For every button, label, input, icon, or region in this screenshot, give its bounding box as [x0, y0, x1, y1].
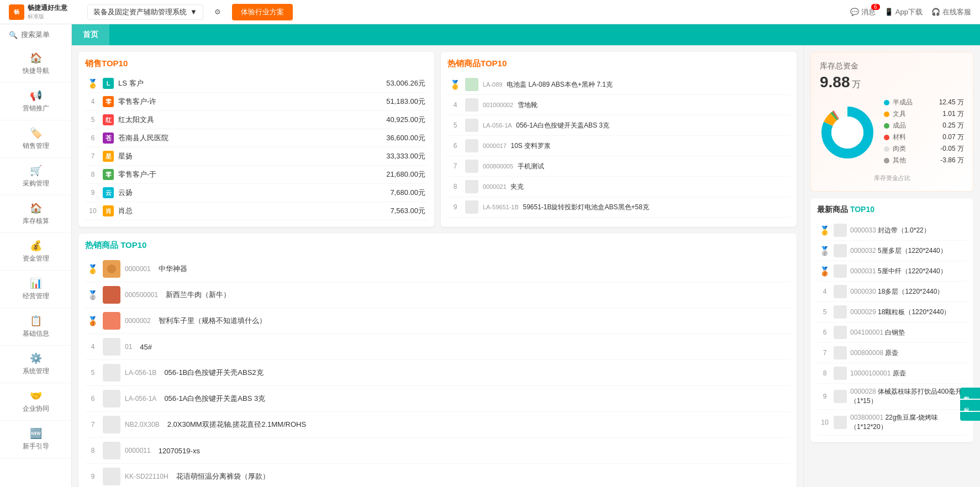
list-item: 4 0000030 18多层（1220*2440） — [817, 282, 967, 302]
logo-text: 畅捷通好生意 — [28, 3, 67, 13]
product-info: 0000032 5厘多层（1220*2440） — [850, 246, 965, 256]
app-download-nav[interactable]: 📱 App下载 — [884, 7, 923, 17]
inventory-chart-area: 半成品 12.45 万 文具 1.01 万 成品 0 — [820, 98, 964, 167]
message-nav[interactable]: 💬 消息 6 — [850, 7, 876, 17]
product-img — [834, 346, 847, 359]
product-thumbnail — [103, 442, 120, 459]
product-img — [834, 367, 847, 380]
chart-legend: 半成品 12.45 万 文具 1.01 万 成品 0 — [884, 98, 964, 167]
top-customers-header: 销售TOP10 — [85, 59, 428, 69]
tab-home[interactable]: 首页 — [72, 24, 109, 45]
sales-icon: 🏷️ — [30, 127, 42, 139]
customer-amount: 21,680.00元 — [386, 170, 425, 179]
table-row: 6 苍 苍南县人民医院 36,600.00元 — [85, 129, 428, 147]
rank-num: 10 — [87, 207, 98, 215]
svg-point-9 — [831, 117, 863, 149]
legend-dot — [884, 158, 889, 163]
svg-point-1 — [107, 264, 116, 273]
table-row: 10 肖 肖总 7,563.00元 — [85, 202, 428, 220]
svg-rect-3 — [104, 313, 119, 329]
rank-num: 6 — [819, 329, 830, 336]
legend-dot — [884, 112, 889, 117]
product-img — [834, 264, 847, 278]
list-item: 5 LA-056-1B 056-1B白色按键开关壳ABS2克 — [85, 360, 790, 386]
sidebar-item-label: 快捷导航 — [23, 66, 49, 76]
rank-num: 6 — [87, 134, 98, 142]
product-thumbnail — [103, 286, 120, 304]
rank-num: 5 — [87, 116, 98, 124]
table-row: 9 云 云扬 7,680.00元 — [85, 184, 428, 202]
customer-amount: 7,680.00元 — [390, 188, 425, 198]
basic-icon: 📋 — [30, 315, 42, 327]
customer-badge: 红 — [103, 114, 114, 125]
sidebar-item-inventory[interactable]: 🏠 库存核算 — [0, 195, 71, 233]
product-thumbnail — [103, 364, 120, 382]
rank-num: 9 — [450, 203, 461, 211]
float-btn-service[interactable]: 客服热线 — [960, 388, 980, 399]
sidebar-item-label: 采购管理 — [23, 179, 49, 188]
rank-num: 8 — [87, 171, 98, 178]
rank-num: 5 — [819, 308, 830, 316]
sidebar-item-operation[interactable]: 📊 经营管理 — [0, 271, 71, 308]
product-thumbnail — [103, 312, 120, 330]
logo-icon: 畅 — [9, 4, 24, 20]
sidebar-item-quick-nav[interactable]: 🏠 快捷导航 — [0, 45, 71, 83]
legend-name: 文具 — [893, 109, 939, 119]
sidebar-item-cooperate[interactable]: 🤝 企业协同 — [0, 383, 71, 421]
hot-products-right-title: 热销商品TOP10 — [447, 59, 507, 69]
hot-products-main-header: 热销商品 TOP10 — [85, 240, 790, 251]
middle-section: 销售TOP10 🥇 L LS 客户 53,006.26元 4 — [72, 45, 803, 487]
sidebar-item-system[interactable]: ⚙️ 系统管理 — [0, 346, 71, 383]
rank-num: 4 — [87, 98, 98, 105]
inventory-title: 库存总资金 — [820, 61, 964, 71]
list-item: 🥉 0000002 智利车子里（规格不知道填什么） — [85, 308, 790, 334]
nav-tabs: 首页 — [72, 24, 980, 45]
sidebar-item-purchase[interactable]: 🛒 采购管理 — [0, 158, 71, 195]
medal-silver-icon: 🥈 — [819, 246, 830, 256]
home-icon: 🏠 — [30, 52, 42, 64]
table-row: 6 0000017 10S 变料罗浆 — [447, 136, 790, 156]
system-selector[interactable]: 装备及固定资产辅助管理系统 ▼ — [87, 4, 203, 20]
system-icon: ⚙️ — [30, 352, 42, 364]
product-img — [465, 200, 478, 214]
legend-item: 成品 0.25 万 — [884, 121, 964, 130]
float-btn-live[interactable]: 直播 — [960, 412, 980, 421]
main-layout: 🔍 搜索菜单 🏠 快捷导航 📢 营销推广 🏷️ 销售管理 🛒 采购管理 🏠 库存… — [0, 24, 980, 487]
legend-dot — [884, 123, 889, 129]
sidebar-item-basic[interactable]: 📋 基础信息 — [0, 308, 71, 346]
search-icon: 🔍 — [9, 31, 18, 39]
finance-icon: 💰 — [30, 240, 42, 252]
logo-area: 畅 畅捷通好生意 标准版 — [9, 3, 81, 20]
product-img — [465, 78, 478, 91]
latest-products-title: 最新商品 TOP10 — [817, 205, 967, 215]
float-btn-community[interactable]: 服务社区 — [960, 400, 980, 411]
list-item: 9 KK-SD22110H 花语萌恒温分离裤袋（厚款） — [85, 464, 790, 487]
sidebar-item-finance[interactable]: 💰 资金管理 — [0, 233, 71, 271]
app-label: App下载 — [895, 7, 923, 17]
table-row: 8 零 零售客户-于 21,680.00元 — [85, 166, 428, 184]
legend-value: -3.86 万 — [940, 156, 964, 165]
sidebar-item-marketing[interactable]: 📢 营销推广 — [0, 83, 71, 120]
table-row: 4 001000002 雪地靴 — [447, 95, 790, 115]
customer-name: 苍南县人民医院 — [118, 133, 382, 143]
search-menu[interactable]: 🔍 搜索菜单 — [0, 24, 71, 45]
settings-icon[interactable]: ⚙ — [210, 4, 225, 20]
list-item: 🥉 0000031 5厘中纤（1220*2440） — [817, 261, 967, 282]
legend-name: 材料 — [893, 133, 939, 142]
list-item: 8 10000100001 原壶 — [817, 363, 967, 384]
cooperate-icon: 🤝 — [30, 390, 42, 402]
customer-badge: 零 — [103, 169, 114, 180]
hot-products-right-header: 热销商品TOP10 — [447, 59, 790, 69]
medal-bronze-icon: 🥉 — [87, 316, 98, 326]
customer-badge: L — [103, 78, 114, 89]
online-service-nav[interactable]: 🎧 在线客服 — [931, 7, 971, 17]
sidebar-item-sales[interactable]: 🏷️ 销售管理 — [0, 120, 71, 158]
sidebar-item-guide[interactable]: 🆕 新手引导 — [0, 421, 71, 458]
hot-products-main-list: 🥇 0000001 中华神器 🥈 00050 — [85, 256, 790, 487]
customer-badge: 星 — [103, 151, 114, 162]
customer-name: 肖总 — [118, 206, 386, 216]
float-buttons: 客服热线 服务社区 直播 — [960, 388, 980, 421]
customer-amount: 36,600.00元 — [386, 133, 425, 143]
trial-button[interactable]: 体验行业方案 — [232, 4, 293, 20]
legend-item: 文具 1.01 万 — [884, 109, 964, 119]
